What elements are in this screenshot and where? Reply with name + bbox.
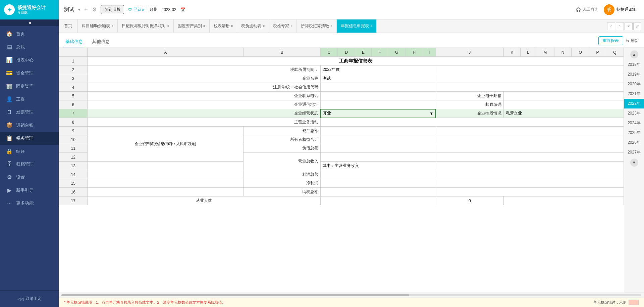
- tab-annual-report[interactable]: 年报信息申报表 ×: [337, 19, 377, 33]
- tab-fixed-asset-type-close[interactable]: ×: [203, 24, 205, 28]
- cell-1-title[interactable]: 工商年报信息表: [88, 57, 624, 65]
- sidebar-collapse-btn[interactable]: ◀: [0, 19, 59, 26]
- year-scroll-up-btn[interactable]: ▲: [630, 50, 638, 58]
- sidebar-item-report[interactable]: 📊 报表中心: [0, 53, 59, 67]
- cell-5-c[interactable]: [321, 92, 436, 100]
- tab-close-all-btn[interactable]: ×: [625, 22, 633, 30]
- year-item-2023[interactable]: 2023年: [624, 108, 644, 118]
- cell-11-c[interactable]: [321, 144, 436, 153]
- tab-journal-bank[interactable]: 日记账与银行对账单核对 ×: [118, 19, 174, 33]
- sidebar-item-salary[interactable]: 👤 工资: [0, 93, 59, 106]
- subtab-bar: 基础信息 其他信息 重置报表 ↻ 刷新: [59, 33, 644, 48]
- cell-13-j: [436, 162, 624, 170]
- tab-tax-fluctuation-close[interactable]: ×: [263, 24, 265, 28]
- year-item-2020[interactable]: 2020年: [624, 79, 644, 89]
- year-item-2024[interactable]: 2024年: [624, 118, 644, 128]
- cell-4-c[interactable]: [321, 83, 436, 92]
- sidebar-item-asset[interactable]: 🏢 固定资产: [0, 80, 59, 93]
- sidebar-item-invoice[interactable]: 🗒 发票管理: [0, 106, 59, 119]
- cell-6-k[interactable]: [504, 100, 624, 109]
- cell-16-c[interactable]: [321, 188, 436, 196]
- tab-journal-bank-close[interactable]: ×: [167, 24, 169, 28]
- tab-tax-fluctuation-label: 税负波动表: [241, 23, 261, 29]
- tab-tax-expert-close[interactable]: ×: [290, 24, 292, 28]
- year-scroll-down-btn[interactable]: ▼: [630, 159, 638, 167]
- subtab-other[interactable]: 其他信息: [91, 37, 111, 47]
- sidebar-item-home[interactable]: 🏠 首页: [0, 27, 59, 40]
- cell-6-c[interactable]: [321, 100, 436, 109]
- tab-annual-report-close[interactable]: ×: [370, 24, 372, 28]
- tab-fixed-asset-type[interactable]: 固定资产类别 ×: [174, 19, 210, 33]
- cell-7-k[interactable]: 私营企业: [504, 109, 624, 118]
- tab-aux-balance-close[interactable]: ×: [111, 24, 113, 28]
- cell-2-c[interactable]: 2022年度: [321, 65, 436, 74]
- row-num-14: 14: [59, 170, 88, 179]
- content-main: 基础信息 其他信息 重置报表 ↻ 刷新: [59, 33, 644, 307]
- consult-btn[interactable]: 🎧 人工咨询: [576, 7, 598, 12]
- cell-3-c[interactable]: 测试: [321, 74, 436, 83]
- sidebar-label-archive: 归档管理: [16, 161, 34, 167]
- cell-15-c[interactable]: [321, 179, 436, 188]
- year-item-2027[interactable]: 2027年: [624, 147, 644, 157]
- cell-10-c[interactable]: [321, 135, 436, 144]
- tab-income-tax-close[interactable]: ×: [330, 24, 332, 28]
- reset-btn[interactable]: 重置报表: [598, 36, 623, 45]
- sidebar-item-more[interactable]: ··· 更多功能: [0, 197, 59, 210]
- sidebar-label-inventory: 进销台账: [16, 122, 34, 128]
- cell-9-c[interactable]: [321, 127, 436, 135]
- sidebar-item-ledger[interactable]: ▤ 总账: [0, 40, 59, 53]
- topbar-add-btn[interactable]: +: [84, 6, 88, 13]
- cell-11-j: [436, 144, 624, 153]
- table-row: 7 企业经营状态 开业 ▼ 企业控股情况 私营企业: [59, 109, 624, 118]
- cell-8-c[interactable]: [321, 118, 624, 127]
- old-version-btn[interactable]: 切到旧版: [101, 5, 124, 14]
- spreadsheet-scroll[interactable]: A B C D E F G H I J K L: [59, 48, 624, 293]
- certified-label: 已认证: [133, 7, 146, 12]
- cell-17-c[interactable]: [321, 196, 436, 205]
- user-menu[interactable]: 畅 畅捷通B组...: [604, 4, 639, 15]
- tab-home[interactable]: 首页: [59, 19, 78, 33]
- year-item-2018[interactable]: 2018年: [624, 60, 644, 70]
- tab-expand-btn[interactable]: ⤢: [633, 22, 641, 30]
- cell-13-c[interactable]: 其中：主营业务收入: [321, 162, 436, 170]
- cell-7-c[interactable]: 开业 ▼: [321, 109, 436, 118]
- cell-14-c[interactable]: [321, 170, 436, 179]
- sidebar-item-fund[interactable]: 💳 资金管理: [0, 67, 59, 80]
- subtab-basic[interactable]: 基础信息: [64, 37, 84, 47]
- more-icon: ···: [6, 200, 13, 206]
- cell-13-a: [88, 162, 244, 170]
- year-item-2019[interactable]: 2019年: [624, 70, 644, 79]
- tab-prev-btn[interactable]: ‹: [607, 22, 615, 30]
- col-header-f: F: [372, 48, 388, 57]
- tab-aux-balance-label: 科目辅助余额表: [82, 23, 110, 29]
- tab-income-tax[interactable]: 所得税汇算清缴 ×: [297, 19, 337, 33]
- year-item-2022[interactable]: 2022年: [624, 99, 644, 108]
- tab-tax-form[interactable]: 税表清册 ×: [210, 19, 237, 33]
- year-item-2025[interactable]: 2025年: [624, 128, 644, 138]
- tab-tax-fluctuation[interactable]: 税负波动表 ×: [237, 19, 269, 33]
- year-item-2021[interactable]: 2021年: [624, 89, 644, 99]
- sidebar-item-closeaccount[interactable]: 🔒 结账: [0, 145, 59, 158]
- cell-15-j: [436, 179, 624, 188]
- sidebar-item-settings[interactable]: ⚙ 设置: [0, 171, 59, 184]
- tab-next-btn[interactable]: ›: [616, 22, 624, 30]
- sidebar-item-inventory[interactable]: 📦 进销台账: [0, 119, 59, 132]
- sidebar-item-guide[interactable]: ▶ 新手引导: [0, 184, 59, 197]
- tab-tax-form-close[interactable]: ×: [231, 24, 233, 28]
- year-item-2026[interactable]: 2026年: [624, 138, 644, 147]
- dropdown-arrow-icon[interactable]: ▼: [429, 111, 433, 116]
- home-icon: 🏠: [6, 31, 13, 37]
- tab-aux-balance[interactable]: 科目辅助余额表 ×: [78, 19, 118, 33]
- cell-12-c[interactable]: [321, 153, 436, 162]
- calendar-icon[interactable]: 📅: [180, 7, 185, 12]
- cell-17-j[interactable]: 0: [436, 196, 504, 205]
- topbar-dropdown-arrow[interactable]: ▾: [78, 7, 80, 12]
- sidebar-item-archive[interactable]: 🗄 归档管理: [0, 158, 59, 171]
- cell-5-k[interactable]: [504, 92, 624, 100]
- refresh-btn[interactable]: ↻ 刷新: [626, 38, 639, 44]
- tab-tax-expert[interactable]: 税检专家 ×: [269, 19, 297, 33]
- topbar-gear-btn[interactable]: ⚙: [92, 6, 97, 13]
- sidebar-item-tax[interactable]: 📋 税务管理: [0, 132, 59, 145]
- row-num-2: 2: [59, 65, 88, 74]
- cancel-fixed-btn[interactable]: ◁◁ 取消固定: [0, 293, 59, 304]
